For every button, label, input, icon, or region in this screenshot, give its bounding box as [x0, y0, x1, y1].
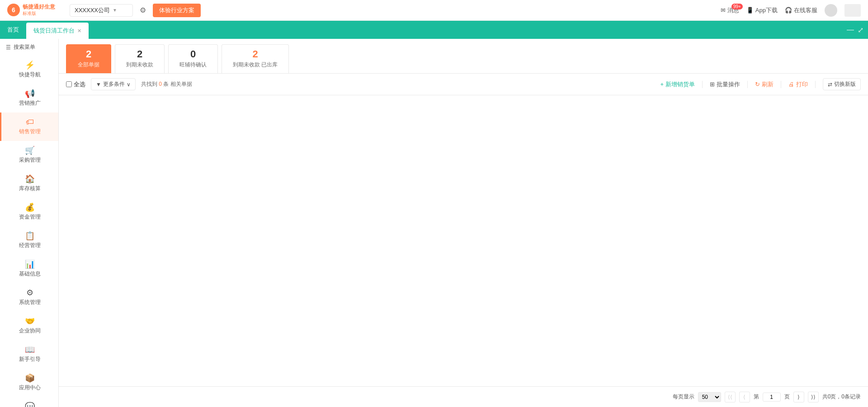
last-page-button[interactable]: ⟩⟩	[808, 392, 819, 402]
sidebar-item-wechat[interactable]: 💬 企业微信	[0, 397, 58, 407]
table-area	[59, 95, 868, 386]
print-icon: 🖨	[788, 81, 794, 88]
sidebar-item-quick-nav[interactable]: ⚡ 快捷导航	[0, 56, 58, 84]
company-selector[interactable]: XXXXXX公司 ▼	[70, 4, 133, 17]
search-icon: ☰	[6, 44, 11, 51]
tab-bar-right: — ⤢	[847, 21, 868, 39]
logo-icon: 6	[7, 4, 20, 16]
gear-icon: ⚙	[140, 6, 146, 14]
app-center-icon: 📦	[25, 374, 35, 382]
tab-expand-icon[interactable]: ⤢	[858, 26, 863, 34]
tab-home[interactable]: 首页	[0, 21, 26, 39]
logo-text-area: 畅捷通好生意 标准版	[23, 4, 55, 16]
card-tab-all-count: 2	[86, 48, 91, 60]
page-prefix: 第	[754, 393, 759, 401]
batch-operation-button[interactable]: ⊞ 批量操作	[710, 80, 740, 89]
card-tab-overdue-label: 到期未收款	[126, 61, 153, 69]
new-sales-label: 新增销货单	[665, 80, 695, 89]
tab-qinghuori[interactable]: 钱货日清工作台 ✕	[26, 23, 89, 39]
service-icon: 🎧	[785, 7, 792, 14]
tab-minimize-icon[interactable]: —	[847, 26, 854, 34]
per-page-select[interactable]: 50 10 20 100	[698, 392, 721, 402]
refresh-button[interactable]: ↻ 刷新	[755, 80, 774, 89]
tab-close-icon[interactable]: ✕	[77, 28, 81, 34]
user-menu[interactable]	[844, 4, 861, 17]
page-number-input[interactable]	[763, 393, 781, 402]
divider-4	[815, 81, 816, 88]
card-tab-overdue-out-label: 到期未收款 已出库	[233, 61, 278, 69]
divider-3	[781, 81, 781, 88]
card-tabs: 2 全部单据 2 到期未收款 0 旺辅待确认 2 到期未收款 已出库	[59, 39, 868, 74]
app-download-button[interactable]: 📱 App下载	[746, 6, 778, 14]
sidebar-item-base-info[interactable]: 📊 基础信息	[0, 255, 58, 283]
sidebar-item-finance[interactable]: 💰 资金管理	[0, 198, 58, 226]
toolbar-right: + 新增销货单 ⊞ 批量操作 ↻ 刷新 🖨 打印	[660, 78, 861, 90]
logo-area: 6 畅捷通好生意 标准版	[7, 4, 66, 16]
messages-badge: 99+	[731, 4, 743, 9]
result-count: 0	[159, 81, 162, 87]
card-tab-overdue-count: 2	[137, 48, 142, 60]
select-all-label: 全选	[74, 80, 85, 89]
more-filters-button[interactable]: ▼ 更多条件 ∨	[91, 78, 136, 90]
sidebar-item-enterprise[interactable]: 🤝 企业协同	[0, 312, 58, 340]
avatar[interactable]	[825, 4, 837, 17]
tab-home-label: 首页	[7, 26, 19, 34]
divider-1	[702, 81, 703, 88]
sidebar-item-marketing[interactable]: 📢 营销推广	[0, 84, 58, 112]
sidebar-item-sales[interactable]: 🏷 销售管理	[0, 112, 58, 141]
refresh-label: 刷新	[762, 80, 774, 89]
sidebar-item-app-center[interactable]: 📦 应用中心	[0, 369, 58, 397]
company-dropdown-arrow: ▼	[113, 8, 117, 13]
sidebar-item-label-app-center: 应用中心	[19, 384, 41, 392]
refresh-icon: ↻	[755, 81, 760, 88]
header-right: ✉ 消息 99+ 📱 App下载 🎧 在线客服	[721, 4, 861, 17]
card-tab-overdue[interactable]: 2 到期未收款	[115, 44, 165, 73]
page-suffix: 页	[784, 393, 790, 401]
sidebar-item-purchase[interactable]: 🛒 采购管理	[0, 141, 58, 169]
print-button[interactable]: 🖨 打印	[788, 80, 808, 89]
total-info: 共0页，0条记录	[822, 393, 861, 401]
card-tab-overdue-out-count: 2	[253, 48, 258, 60]
sidebar-item-tutorial[interactable]: 📖 新手引导	[0, 340, 58, 369]
card-tab-pending-label: 旺辅待确认	[179, 61, 207, 69]
sidebar-item-operations[interactable]: 📋 经营管理	[0, 226, 58, 255]
first-page-button[interactable]: ⟨⟨	[725, 392, 736, 402]
sidebar-item-inventory[interactable]: 🏠 库存核算	[0, 169, 58, 198]
sidebar-item-label-base-info: 基础信息	[19, 270, 41, 278]
select-all-input[interactable]	[66, 81, 72, 87]
search-menu-button[interactable]: ☰ 搜索菜单	[0, 39, 58, 56]
main-layout: ☰ 搜索菜单 ⚡ 快捷导航 📢 营销推广 🏷 销售管理 🛒 采购管理 🏠 库存核…	[0, 39, 868, 407]
select-all-checkbox[interactable]: 全选	[66, 80, 85, 89]
batch-label: 批量操作	[717, 80, 740, 89]
inventory-icon: 🏠	[25, 175, 35, 183]
result-prefix: 共找到	[141, 81, 157, 87]
tutorial-icon: 📖	[25, 346, 35, 354]
card-tab-all[interactable]: 2 全部单据	[66, 44, 111, 73]
prev-page-button[interactable]: ⟨	[739, 392, 750, 402]
card-tab-pending[interactable]: 0 旺辅待确认	[168, 44, 218, 73]
quick-nav-icon: ⚡	[25, 61, 35, 69]
sidebar-item-label-inventory: 库存核算	[19, 185, 41, 192]
messages-button[interactable]: ✉ 消息 99+	[721, 6, 739, 14]
next-page-button[interactable]: ⟩	[793, 392, 804, 402]
sidebar-item-label-finance: 资金管理	[19, 213, 41, 221]
divider-2	[747, 81, 748, 88]
sidebar-item-system[interactable]: ⚙ 系统管理	[0, 283, 58, 312]
card-tab-all-label: 全部单据	[78, 61, 99, 69]
trial-button[interactable]: 体验行业方案	[153, 4, 201, 17]
sidebar-item-label-operations: 经营管理	[19, 242, 41, 249]
plus-icon: +	[660, 81, 664, 88]
new-sales-order-button[interactable]: + 新增销货单	[660, 80, 695, 89]
settings-button[interactable]: ⚙	[137, 4, 149, 17]
print-label: 打印	[796, 80, 808, 89]
result-suffix: 条 相关单据	[163, 81, 192, 87]
online-service-button[interactable]: 🎧 在线客服	[785, 6, 817, 14]
card-tab-pending-count: 0	[190, 48, 196, 60]
message-icon: ✉	[721, 7, 726, 14]
card-tab-overdue-out[interactable]: 2 到期未收款 已出库	[222, 44, 289, 73]
sidebar-item-label-tutorial: 新手引导	[19, 356, 41, 363]
content-area: 2 全部单据 2 到期未收款 0 旺辅待确认 2 到期未收款 已出库	[59, 39, 868, 407]
tab-qinghuori-label: 钱货日清工作台	[33, 27, 75, 35]
pagination-bar: 每页显示 50 10 20 100 ⟨⟨ ⟨ 第 页 ⟩ ⟩⟩ 共0页，0条记录	[59, 386, 868, 407]
switch-version-button[interactable]: ⇄ 切换新版	[823, 78, 861, 90]
